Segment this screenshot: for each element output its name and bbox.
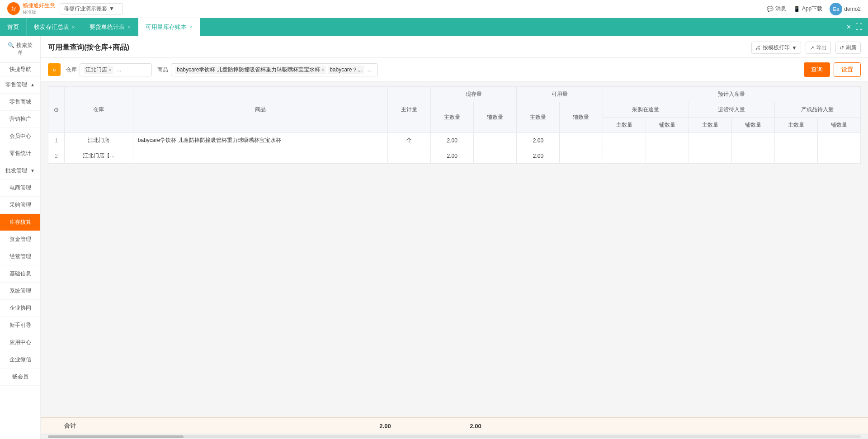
- tab-yaohuo-label: 要货单统计表: [90, 23, 125, 31]
- sidebar-item-marketing[interactable]: 营销推广: [0, 111, 40, 128]
- fullscreen-button[interactable]: ⛶: [855, 23, 863, 31]
- message-button[interactable]: 💬 消息: [767, 5, 786, 13]
- export-label: 导出: [816, 44, 827, 52]
- product-filter-input[interactable]: babycare学饮杯 儿童防摔防撞吸管杯重力球吸嘴杯宝宝水杯 × babyca…: [171, 63, 378, 76]
- sidebar-inventory-label: 库存核算: [9, 218, 31, 226]
- warehouse-tag-remove[interactable]: ×: [108, 67, 111, 72]
- settings-button[interactable]: 设置: [834, 62, 861, 77]
- page-header: 可用量查询(按仓库+商品) 🖨 按模板打印 ▼ ↗ 导出 ↺ 刷新: [41, 36, 868, 58]
- sidebar-item-system[interactable]: 系统管理: [0, 283, 40, 300]
- content-area: 可用量查询(按仓库+商品) 🖨 按模板打印 ▼ ↗ 导出 ↺ 刷新: [41, 36, 868, 439]
- print-icon: 🖨: [755, 45, 761, 51]
- sidebar-item-corpwechat[interactable]: 企业微信: [0, 351, 40, 368]
- col-purchase-aux-header: 辅数量: [646, 118, 689, 133]
- table-row: 1 江北门店 babycare学饮杯 儿童防摔防撞吸管杯重力球吸嘴杯宝宝水杯 个…: [48, 133, 861, 148]
- col-avail-aux-header: 辅数量: [560, 102, 603, 133]
- col-stock-aux-header: 辅数量: [474, 102, 517, 133]
- sidebar-mall-label: 零售商城: [9, 98, 31, 106]
- gear-icon[interactable]: ⚙: [53, 106, 59, 113]
- tab-shofazun-close[interactable]: ×: [72, 24, 75, 30]
- row-num: 1: [48, 133, 65, 148]
- warehouse-tag-value: 江北门店: [85, 66, 107, 74]
- chevron-up-icon: ▲: [30, 82, 35, 87]
- col-settings-header[interactable]: ⚙: [48, 87, 65, 133]
- col-prod-main-header: 主数量: [774, 118, 817, 133]
- sidebar-retail-stats-label: 零售统计: [9, 150, 31, 157]
- filter-toggle-button[interactable]: »: [48, 63, 61, 76]
- sidebar-appstore-label: 应用中心: [9, 339, 31, 346]
- sidebar-item-newbie[interactable]: 新手引导: [0, 317, 40, 334]
- footer-cells: 2.00 2.00: [137, 423, 861, 430]
- export-button[interactable]: ↗ 导出: [806, 42, 831, 54]
- query-button[interactable]: 查询: [804, 62, 830, 77]
- print-label: 按模板打印: [763, 44, 790, 52]
- product-tag1: babycare学饮杯 儿童防摔防撞吸管杯重力球吸嘴杯宝宝水杯 ×: [175, 66, 326, 74]
- scrollbar-thumb[interactable]: [48, 435, 184, 438]
- refresh-button[interactable]: ↺ 刷新: [835, 42, 861, 54]
- tab-home[interactable]: 首页: [0, 18, 27, 36]
- sidebar-item-mall[interactable]: 零售商城: [0, 94, 40, 111]
- tab-yaohuo[interactable]: 要货单统计表 ×: [82, 18, 138, 36]
- warehouse-filter-input[interactable]: 江北门店 × ...: [80, 63, 152, 76]
- sidebar-item-enterprise[interactable]: 企业协同: [0, 300, 40, 317]
- sidebar-finance-label: 资金管理: [9, 236, 31, 243]
- sidebar-lingxiao-label: 零售管理: [5, 81, 27, 89]
- row-prod-aux: [817, 148, 860, 164]
- download-label: App下载: [802, 5, 822, 13]
- product-tag1-remove[interactable]: ×: [321, 67, 324, 72]
- col-production-subgroup-header: 产成品待入量: [774, 102, 860, 118]
- sidebar-item-lingxiao[interactable]: 零售管理 ▲: [0, 76, 40, 94]
- col-inbound-main-header: 主数量: [689, 118, 731, 133]
- data-table: ⚙ 仓库 商品 主计量 现存量: [48, 86, 861, 164]
- col-incoming-group-header: 预计入库量: [603, 87, 861, 102]
- filter-bar: » 仓库 江北门店 × ... 商品 babycare学饮杯 儿童防摔防撞吸管杯…: [41, 58, 868, 82]
- top-bar-right: 💬 消息 📱 App下载 Ea demo2: [767, 3, 861, 15]
- tab-kuyun-close[interactable]: ×: [189, 24, 192, 30]
- tab-yaohuo-close[interactable]: ×: [127, 24, 130, 30]
- sidebar-item-inventory[interactable]: 库存核算: [0, 214, 40, 231]
- export-icon: ↗: [810, 45, 814, 51]
- footer-avail-aux: [498, 423, 543, 430]
- col-stock-group-header: 现存量: [431, 87, 517, 102]
- search-menu-button[interactable]: 🔍 搜索菜单: [4, 40, 37, 59]
- user-name: demo2: [844, 6, 861, 12]
- print-chevron: ▼: [792, 45, 797, 51]
- logo-icon: 好: [7, 2, 20, 15]
- logo-sub: 标准版: [23, 9, 55, 15]
- sidebar-item-basic[interactable]: 基础信息: [0, 265, 40, 283]
- row-purchase-aux: [646, 133, 689, 148]
- refresh-icon: ↺: [840, 45, 844, 51]
- user-area[interactable]: Ea demo2: [830, 3, 861, 15]
- app-download-button[interactable]: 📱 App下载: [793, 5, 822, 13]
- logo-text-area: 畅捷通好生意 标准版: [23, 2, 55, 15]
- sidebar-item-wholesale[interactable]: 批发管理 ▼: [0, 162, 40, 179]
- col-inbound-aux-header: 辅数量: [731, 118, 774, 133]
- quick-nav-button[interactable]: 快捷导航: [0, 63, 40, 76]
- print-button[interactable]: 🖨 按模板打印 ▼: [751, 42, 801, 54]
- industry-selector[interactable]: 母婴行业演示账套 ▼: [60, 3, 123, 14]
- sidebar-item-ecom[interactable]: 电商管理: [0, 179, 40, 197]
- col-warehouse-header: 仓库: [65, 87, 133, 133]
- sidebar-item-changhui[interactable]: 畅会员: [0, 368, 40, 386]
- logo-text: 畅捷通好生意: [23, 2, 55, 9]
- close-all-button[interactable]: ×: [847, 23, 851, 31]
- message-icon: 💬: [767, 6, 774, 12]
- sidebar-item-appstore[interactable]: 应用中心: [0, 334, 40, 351]
- avatar: Ea: [830, 3, 842, 15]
- sidebar-item-operations[interactable]: 经营管理: [0, 248, 40, 265]
- row-purchase-main: [603, 133, 646, 148]
- row-prod-aux: [817, 133, 860, 148]
- scrollbar-track[interactable]: [48, 435, 861, 438]
- warehouse-filter-label: 仓库: [66, 66, 77, 74]
- tab-kuyun-label: 可用量库存账本: [146, 23, 187, 31]
- sidebar-item-member[interactable]: 会员中心: [0, 128, 40, 145]
- sidebar-item-finance[interactable]: 资金管理: [0, 231, 40, 248]
- row-unit: [388, 148, 431, 164]
- tab-kuyun[interactable]: 可用量库存账本 ×: [138, 18, 200, 36]
- sidebar-item-purchase[interactable]: 采购管理: [0, 197, 40, 214]
- tab-shofazun[interactable]: 收发存汇总表 ×: [27, 18, 82, 36]
- sidebar-item-retail-stats[interactable]: 零售统计: [0, 145, 40, 162]
- col-product-header: 商品: [133, 87, 387, 133]
- table-row: 2 江北门店【... 2.00 2.00: [48, 148, 861, 164]
- main-layout: 🔍 搜索菜单 快捷导航 零售管理 ▲ 零售商城 营销推广 会员中心 零售统计 批…: [0, 36, 868, 439]
